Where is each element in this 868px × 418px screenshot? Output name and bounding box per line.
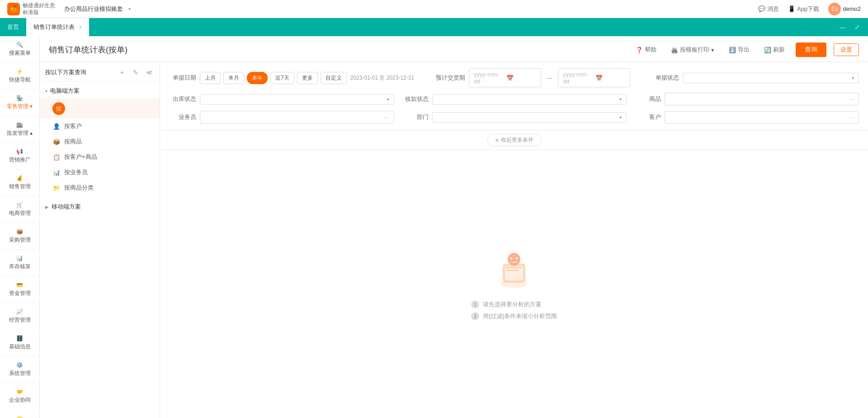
sidebar-item-inventory[interactable]: 📊 库存核算 — [0, 250, 39, 276]
collapse-bar[interactable]: ∧ 收起更多条件 — [160, 130, 868, 150]
scheme-item-by-customer[interactable]: 👤 按客户 — [40, 119, 160, 134]
expected-date-end[interactable]: yyyy-mm-dd 📅 — [558, 68, 630, 87]
collapse-panel-button[interactable]: ≪ — [144, 67, 154, 77]
message-button[interactable]: 💬 消息 — [758, 5, 779, 13]
sidebar-item-retail[interactable]: 🏪 零售管理 ▾ — [0, 90, 39, 116]
sidebar-item-system[interactable]: ⚙️ 系统管理 — [0, 356, 39, 383]
logo-icon: 🍊 — [7, 3, 20, 15]
date-buttons: 上月 本月 本年 近7天 更多 自定义 — [200, 72, 347, 84]
collapse-bar-inner[interactable]: ∧ 收起更多条件 — [487, 134, 541, 146]
mobile-group-arrow: ▶ — [45, 204, 49, 209]
page-header-top: 销售订单统计表(按单) ❓ 帮助 🖨️ 按模板打印 ▾ ⬇️ — [49, 43, 859, 57]
salesperson-label: 业务员 — [169, 113, 196, 121]
export-button[interactable]: ⬇️ 导出 — [725, 44, 753, 56]
last-month-btn[interactable]: 上月 — [200, 72, 221, 84]
delivery-status-label: 出库状态 — [169, 95, 196, 103]
expected-date-start[interactable]: yyyy-mm-dd 📅 — [469, 68, 541, 87]
bill-date-label: 单据日期 — [169, 74, 196, 82]
sidebar-item-enterprise[interactable]: 🤝 企业协同 — [0, 383, 39, 410]
main-layout: 🔍 搜索菜单 ⚡ 快捷导航 🏪 零售管理 ▾ 🏬 批发管理 ▴ 📢 营销推广 💰… — [0, 36, 868, 418]
sidebar-item-newbie[interactable]: 🌟 新手引导 — [0, 410, 39, 418]
sidebar-item-marketing[interactable]: 📢 营销推广 — [0, 143, 39, 170]
salesperson-ellipsis[interactable]: ··· — [384, 114, 389, 121]
sidebar-item-purchase[interactable]: 📦 采购管理 — [0, 223, 39, 250]
query-button[interactable]: 查询 — [796, 43, 826, 57]
this-month-btn[interactable]: 本月 — [223, 72, 244, 84]
newbie-icon: 🌟 — [16, 415, 23, 418]
scheme-item-by-cust-prod[interactable]: 📋 按客户+商品 — [40, 149, 160, 165]
salesperson-select[interactable]: ··· — [200, 111, 394, 124]
retail-icon: 🏪 — [16, 95, 23, 101]
tip-num-2: 2 — [471, 312, 479, 320]
sidebar-item-operations[interactable]: 📈 经营管理 — [0, 303, 39, 330]
svg-rect-6 — [506, 267, 522, 268]
custom-date-btn[interactable]: 自定义 — [321, 72, 347, 84]
bill-status-group: 单据状态 ▾ — [652, 73, 859, 83]
user-name: demo2 — [843, 5, 861, 12]
collection-status-select[interactable]: ▾ — [432, 94, 627, 104]
tab-minimize-button[interactable]: — — [837, 22, 848, 33]
help-button[interactable]: ❓ 帮助 — [632, 44, 660, 56]
sidebar: 🔍 搜索菜单 ⚡ 快捷导航 🏪 零售管理 ▾ 🏬 批发管理 ▴ 📢 营销推广 💰… — [0, 36, 40, 418]
sidebar-item-ecommerce[interactable]: 🛒 电商管理 — [0, 196, 39, 223]
customer-ellipsis[interactable]: ··· — [849, 114, 854, 121]
sidebar-item-basic[interactable]: 🗄️ 基础信息 — [0, 330, 39, 356]
scheme-group-pc-header[interactable]: ▾ 电脑端方案 — [40, 83, 160, 99]
last7days-btn[interactable]: 近7天 — [270, 72, 294, 84]
add-scheme-button[interactable]: + — [117, 67, 127, 77]
app-dropdown-arrow[interactable]: ▾ — [128, 6, 131, 11]
scheme-group-mobile-header[interactable]: ▶ 移动端方案 — [40, 199, 160, 214]
left-panel-title: 按以下方案查询 — [45, 68, 113, 76]
delivery-status-arrow: ▾ — [387, 97, 389, 102]
refresh-button[interactable]: 🔄 刷新 — [760, 44, 788, 56]
department-arrow: ▾ — [619, 115, 622, 120]
tab-close-icon[interactable]: × — [79, 25, 82, 30]
sidebar-item-search[interactable]: 🔍 搜索菜单 — [0, 36, 39, 63]
this-year-btn[interactable]: 本年 — [247, 72, 268, 84]
collapse-icon: ∧ — [495, 137, 499, 143]
product-ellipsis[interactable]: ··· — [849, 95, 854, 103]
edit-scheme-button[interactable]: ✎ — [131, 67, 141, 77]
top-bar-right: 💬 消息 📱 App下载 Ea demo2 — [758, 3, 861, 15]
product-select[interactable]: ··· — [665, 93, 859, 105]
page-title: 销售订单统计表(按单) — [49, 44, 127, 55]
print-button[interactable]: 🖨️ 按模板打印 ▾ — [667, 44, 718, 56]
customer-select[interactable]: ··· — [665, 111, 859, 124]
svg-point-5 — [516, 257, 518, 259]
department-label: 部门 — [401, 113, 429, 121]
sidebar-item-sales[interactable]: 💰 销售管理 — [0, 170, 39, 196]
top-bar: 🍊 畅捷通好生意 标准版 办公用品行业模拟账套 ▾ 💬 消息 📱 App下载 E… — [0, 0, 868, 18]
print-icon: 🖨️ — [671, 47, 678, 53]
sidebar-item-quicknav[interactable]: ⚡ 快捷导航 — [0, 63, 39, 90]
more-date-btn[interactable]: 更多 — [297, 72, 318, 84]
user-info[interactable]: Ea demo2 — [828, 3, 861, 15]
app-download-button[interactable]: 📱 App下载 — [788, 5, 819, 13]
tab-home[interactable]: 首页 — [0, 18, 26, 36]
page-header-inner: 销售订单统计表(按单) ❓ 帮助 🖨️ 按模板打印 ▾ ⬇️ — [49, 43, 859, 57]
sidebar-item-finance[interactable]: 💳 资金管理 — [0, 276, 39, 303]
left-panel: 按以下方案查询 + ✎ ≪ ▾ 电脑端方案 按 👤 按客户 — [40, 62, 160, 418]
scheme-item-by-salesperson[interactable]: 📊 按业务员 — [40, 165, 160, 180]
scheme-item-by-order[interactable]: 按 — [40, 99, 160, 119]
product-label: 商品 — [634, 95, 661, 103]
department-select[interactable]: ▾ — [432, 112, 627, 123]
tab-sales-order[interactable]: 销售订单统计表 × — [26, 18, 89, 36]
scheme-group-pc: ▾ 电脑端方案 按 👤 按客户 📦 按商品 📋 — [40, 81, 160, 197]
scheme-item-by-product[interactable]: 📦 按商品 — [40, 134, 160, 149]
tab-maximize-button[interactable]: ⤢ — [852, 22, 863, 33]
scheme-group-mobile: ▶ 移动端方案 — [40, 197, 160, 216]
bill-status-select[interactable]: ▾ — [683, 73, 859, 83]
empty-tip-1: 1 请先选择要分析的方案 — [471, 300, 557, 309]
right-panel: 单据日期 上月 本月 本年 近7天 更多 自定义 2023-01-01 至 20… — [160, 62, 868, 418]
by-customer-icon: 👤 — [52, 122, 61, 130]
marketing-icon: 📢 — [16, 148, 23, 155]
scheme-item-by-category[interactable]: 📁 按商品分类 — [40, 180, 160, 195]
print-dropdown-icon[interactable]: ▾ — [711, 47, 714, 53]
pc-group-arrow: ▾ — [45, 89, 47, 94]
delivery-status-select[interactable]: ▾ — [200, 94, 394, 104]
filter-row-3: 业务员 ··· 部门 ▾ — [169, 111, 859, 124]
settings-button[interactable]: 设置 — [834, 43, 859, 56]
top-bar-left: 🍊 畅捷通好生意 标准版 办公用品行业模拟账套 ▾ — [7, 2, 131, 15]
sidebar-item-wholesale[interactable]: 🏬 批发管理 ▴ — [0, 116, 39, 143]
export-icon: ⬇️ — [729, 47, 736, 53]
